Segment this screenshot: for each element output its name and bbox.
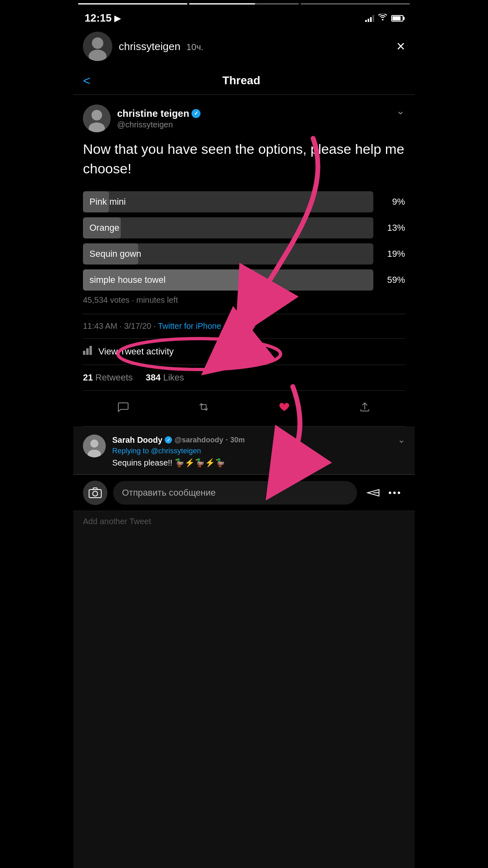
back-button[interactable]: <	[83, 74, 91, 87]
likes-count: 384	[146, 372, 161, 383]
retweet-button[interactable]	[192, 398, 216, 419]
verified-badge: ✓	[192, 109, 200, 118]
reply-content: Sarah Doody ✓ @sarahdoody · 30m ⌄ Replyi…	[112, 435, 405, 468]
share-button[interactable]	[353, 398, 377, 419]
like-icon	[279, 401, 290, 415]
svg-point-16	[389, 492, 391, 494]
svg-point-1	[92, 37, 103, 49]
message-input[interactable]: Отправить сообщение	[113, 481, 357, 505]
reply-button[interactable]	[111, 398, 135, 419]
tweet-text: Now that you have seen the options, plea…	[83, 140, 405, 178]
reply-avatar	[83, 435, 106, 457]
retweet-count: 21	[83, 372, 93, 383]
camera-button[interactable]	[83, 481, 107, 505]
status-icons	[365, 14, 403, 22]
tweet-activity[interactable]: View Tweet activity	[83, 339, 405, 365]
thread-title: Thread	[100, 74, 382, 87]
retweet-stat: 21 Retweets	[83, 372, 133, 383]
poll-option-1-label: Pink mini	[83, 197, 126, 207]
close-button[interactable]: ×	[396, 39, 405, 54]
svg-point-17	[393, 492, 396, 494]
reply-display-name: Sarah Doody	[112, 435, 162, 445]
tweet-actions	[83, 391, 405, 426]
signal-icon	[365, 15, 374, 22]
reply-text: Sequins please!! 🦆⚡🦆⚡🦆	[112, 458, 405, 468]
story-username-block: chrissyteigen 10ч.	[119, 40, 203, 53]
svg-rect-6	[83, 351, 85, 355]
poll-time: minutes left	[136, 295, 178, 304]
story-overlay: 12:15 ▶	[73, 0, 415, 868]
tweet-avatar	[83, 105, 111, 132]
share-icon	[359, 401, 370, 415]
poll-votes: 45,534 votes	[83, 295, 130, 304]
reply-icon	[118, 401, 129, 415]
time-text: 12:15	[85, 12, 112, 24]
progress-segment-3	[301, 3, 410, 4]
bottom-bar: Отправить сообщение	[73, 474, 415, 511]
poll-option-3-pct: 19%	[381, 249, 405, 259]
battery-icon	[391, 15, 403, 22]
reply-verified-badge: ✓	[165, 436, 172, 444]
more-options-button[interactable]	[384, 482, 405, 503]
wifi-icon	[378, 14, 387, 22]
poll-option-2-label: Orange	[83, 223, 119, 233]
tweet-name-block: christine teigen ✓ @chrissyteigen	[117, 108, 200, 129]
likes-stat: 384 Likes	[146, 372, 184, 383]
reply-menu-button[interactable]: ⌄	[398, 435, 405, 445]
story-time: 10ч.	[186, 42, 203, 52]
replying-to-handle[interactable]: @chrissyteigen	[151, 447, 201, 455]
like-button[interactable]	[272, 398, 296, 419]
tweet-header: christine teigen ✓ @chrissyteigen ⌄	[83, 105, 405, 132]
svg-point-18	[398, 492, 400, 494]
reply-time: 30m	[230, 436, 245, 444]
tweet-user-info: christine teigen ✓ @chrissyteigen	[83, 105, 200, 132]
replying-to-label: Replying to	[112, 447, 151, 455]
reply-user-info: Sarah Doody ✓ @sarahdoody · 30m	[112, 435, 245, 445]
tweet-menu-button[interactable]: ⌄	[396, 105, 405, 117]
svg-point-10	[90, 439, 98, 448]
svg-rect-7	[86, 348, 89, 355]
svg-point-13	[93, 491, 98, 496]
status-bar: 12:15 ▶	[73, 6, 415, 27]
tweet-stats: 21 Retweets 384 Likes	[83, 365, 405, 391]
poll-option-3[interactable]: Sequin gown 19%	[83, 243, 405, 265]
poll-option-1[interactable]: Pink mini 9%	[83, 191, 405, 212]
reply-time-separator: ·	[226, 436, 228, 444]
tweet-activity-label: View Tweet activity	[98, 346, 174, 357]
tweet-handle: @chrissyteigen	[117, 120, 200, 129]
thread-nav: < Thread	[73, 66, 415, 95]
progress-segment-2	[189, 3, 298, 4]
add-tweet-bar[interactable]: Add another Tweet	[73, 511, 415, 532]
poll-option-4-label: simple house towel	[83, 275, 166, 285]
retweet-icon	[198, 401, 209, 415]
reply-header: Sarah Doody ✓ @sarahdoody · 30m ⌄	[112, 435, 405, 445]
tweet-display-name: christine teigen ✓	[117, 108, 200, 119]
retweet-label: Retweets	[96, 372, 133, 383]
story-user: chrissyteigen 10ч.	[83, 32, 203, 61]
poll-container: Pink mini 9% Orange 13% Sequin gown 19%	[83, 191, 405, 305]
tweet-container: christine teigen ✓ @chrissyteigen ⌄ Now …	[73, 95, 415, 426]
svg-point-4	[92, 110, 102, 120]
svg-rect-8	[89, 346, 92, 355]
progress-segment-1	[78, 3, 187, 4]
send-button[interactable]	[363, 482, 384, 503]
poll-option-4-pct: 59%	[381, 275, 405, 285]
reply-tweet: Sarah Doody ✓ @sarahdoody · 30m ⌄ Replyi…	[73, 426, 415, 474]
poll-option-2-pct: 13%	[381, 223, 405, 233]
reply-to: Replying to @chrissyteigen	[112, 447, 405, 455]
poll-option-4[interactable]: simple house towel 59%	[83, 269, 405, 291]
avatar	[83, 32, 112, 61]
story-username: chrissyteigen	[119, 40, 181, 52]
time-arrow-icon: ▶	[114, 13, 120, 23]
story-progress	[73, 0, 415, 6]
poll-option-3-label: Sequin gown	[83, 249, 141, 259]
reply-name: Sarah Doody ✓ @sarahdoody · 30m	[112, 435, 245, 445]
poll-option-2[interactable]: Orange 13%	[83, 217, 405, 238]
display-name-text: christine teigen	[117, 108, 189, 119]
reply-handle: @sarahdoody	[174, 436, 223, 444]
story-header: chrissyteigen 10ч. ×	[73, 27, 415, 66]
tweet-source-link[interactable]: Twitter for iPhone	[158, 321, 221, 330]
add-tweet-label: Add another Tweet	[83, 517, 151, 526]
tweet-time: 11:43 AM · 3/17/20 ·	[83, 321, 158, 330]
time-display: 12:15 ▶	[85, 12, 120, 24]
